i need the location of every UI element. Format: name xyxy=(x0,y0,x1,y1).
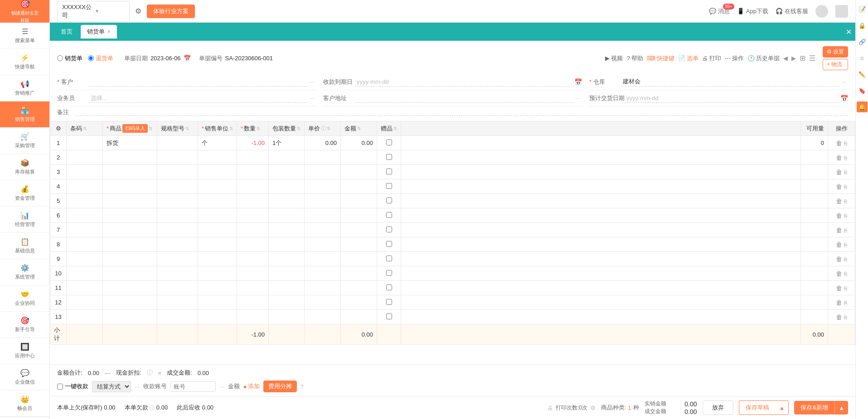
unit-cell[interactable] xyxy=(198,295,237,310)
barcode-input[interactable] xyxy=(70,197,99,204)
tab-home[interactable]: 首页 xyxy=(53,25,80,39)
gift-checkbox[interactable] xyxy=(386,212,392,218)
sidebar-item-marketing[interactable]: 📢 营销推广 xyxy=(0,75,49,101)
add-payment-button[interactable]: ● 添加 xyxy=(243,382,260,390)
barcode-input[interactable] xyxy=(70,313,99,320)
barcode-cell[interactable] xyxy=(67,194,103,208)
copy-row-button[interactable]: ⎘ xyxy=(844,242,847,248)
logistics-button[interactable]: + + 物流物流 xyxy=(823,59,848,70)
nav-next-icon[interactable]: ▶ xyxy=(791,55,796,62)
qty-cell[interactable] xyxy=(237,252,269,266)
copy-row-button[interactable]: ⎘ xyxy=(844,140,847,147)
spec-cell[interactable] xyxy=(157,295,198,310)
pkgqty-cell[interactable] xyxy=(269,295,305,310)
sidebar-item-enterprise[interactable]: 🤝 企业协同 xyxy=(0,285,49,312)
customer-input[interactable] xyxy=(89,77,307,87)
sidebar-item-finance[interactable]: 💰 资金管理 xyxy=(0,180,49,207)
product-cell[interactable] xyxy=(103,165,157,179)
spec-cell[interactable] xyxy=(157,136,198,150)
price-cell[interactable] xyxy=(305,208,341,223)
gift-checkbox[interactable] xyxy=(386,270,392,276)
pkgqty-cell[interactable] xyxy=(269,194,305,208)
warehouse-dots-icon[interactable]: ··· xyxy=(839,78,848,85)
copy-row-button[interactable]: ⎘ xyxy=(844,314,847,321)
onepay-checkbox[interactable] xyxy=(57,384,63,390)
spec-cell[interactable] xyxy=(157,281,198,295)
gift-checkbox[interactable] xyxy=(386,255,392,261)
radio-return-order[interactable]: 退货单 xyxy=(88,54,113,63)
unit-cell[interactable] xyxy=(198,281,237,295)
gift-cell[interactable] xyxy=(377,223,401,237)
save-new-button[interactable]: 保存&新增 xyxy=(794,401,835,414)
due-date-calendar-icon[interactable]: 📅 xyxy=(574,78,582,86)
salesperson-dots-icon[interactable]: ··· xyxy=(307,95,316,101)
spec-cell[interactable] xyxy=(157,194,198,208)
spec-sort-icon[interactable]: ⇅ xyxy=(185,126,189,131)
delete-row-button[interactable]: 🗑 xyxy=(836,313,842,321)
qty-cell[interactable] xyxy=(237,150,269,165)
user-avatar[interactable] xyxy=(815,5,828,18)
amount-cell[interactable] xyxy=(341,223,377,237)
radio-return-input[interactable] xyxy=(88,55,94,61)
sidebar-item-member[interactable]: 👑 畅会员 xyxy=(0,390,49,417)
th-setting[interactable]: ⚙ xyxy=(50,121,67,136)
amount-cell[interactable] xyxy=(341,208,377,223)
qty-sort-icon[interactable]: ⇅ xyxy=(257,126,260,131)
delete-row-button[interactable]: 🗑 xyxy=(836,299,842,306)
expense-split-button[interactable]: 费用分摊 xyxy=(263,380,297,392)
price-cell[interactable] xyxy=(305,150,341,165)
barcode-cell[interactable] xyxy=(67,237,103,252)
unit-cell[interactable] xyxy=(198,252,237,266)
barcode-input[interactable] xyxy=(70,183,99,190)
qty-cell[interactable]: -1.00 xyxy=(237,136,269,150)
delete-row-button[interactable]: 🗑 xyxy=(836,270,842,277)
gift-checkbox[interactable] xyxy=(386,169,392,174)
unit-cell[interactable] xyxy=(198,266,237,281)
gift-cell[interactable] xyxy=(377,252,401,266)
close-all-tabs-icon[interactable]: ✕ xyxy=(846,28,852,36)
gift-sort-icon[interactable]: ⇅ xyxy=(393,126,397,131)
customer-addr-dots-icon[interactable]: ··· xyxy=(573,95,582,101)
qty-cell[interactable] xyxy=(237,295,269,310)
settle-dots-icon[interactable]: ··· xyxy=(135,383,140,390)
delete-row-button[interactable]: 🗑 xyxy=(836,241,842,248)
price-cell[interactable] xyxy=(305,281,341,295)
pkgqty-cell[interactable] xyxy=(269,266,305,281)
barcode-cell[interactable] xyxy=(67,179,103,194)
barcode-cell[interactable] xyxy=(67,310,103,324)
unit-sort-icon[interactable]: ⇅ xyxy=(229,126,233,131)
product-sort-icon[interactable]: ⇅ xyxy=(149,126,152,131)
delete-row-button[interactable]: 🗑 xyxy=(836,140,842,147)
barcode-input[interactable] xyxy=(70,154,99,161)
online-service-button[interactable]: 🎧 在线客服 xyxy=(776,7,808,15)
qty-cell[interactable] xyxy=(237,310,269,324)
product-cell[interactable] xyxy=(103,295,157,310)
spec-cell[interactable] xyxy=(157,208,198,223)
shortcut-btn[interactable]: ⌨ 快捷键 xyxy=(647,54,674,63)
gift-cell[interactable] xyxy=(377,295,401,310)
barcode-cell[interactable] xyxy=(67,266,103,281)
product-cell[interactable] xyxy=(103,310,157,324)
qty-cell[interactable] xyxy=(237,179,269,194)
gift-cell[interactable] xyxy=(377,237,401,252)
sidebar-item-apps[interactable]: 🔲 应用中心 xyxy=(0,338,49,364)
price-cell[interactable] xyxy=(305,252,341,266)
sidebar-item-wechat[interactable]: 💬 企业微信 xyxy=(0,364,49,390)
pkgqty-cell[interactable] xyxy=(269,179,305,194)
pkgqty-cell[interactable] xyxy=(269,223,305,237)
amount-cell[interactable] xyxy=(341,252,377,266)
product-cell[interactable]: 拆货 xyxy=(103,136,157,150)
trial-button[interactable]: 体验行业方案 xyxy=(147,5,195,18)
unit-cell[interactable] xyxy=(198,310,237,324)
amount-cell[interactable] xyxy=(341,165,377,179)
gift-cell[interactable] xyxy=(377,208,401,223)
spec-cell[interactable] xyxy=(157,252,198,266)
price-cell[interactable] xyxy=(305,179,341,194)
qty-cell[interactable] xyxy=(237,237,269,252)
qty-cell[interactable] xyxy=(237,194,269,208)
barcode-input[interactable] xyxy=(70,140,99,146)
qty-cell[interactable] xyxy=(237,208,269,223)
account-dots-icon[interactable]: ··· xyxy=(219,383,224,390)
copy-row-button[interactable]: ⎘ xyxy=(844,271,847,277)
gift-checkbox[interactable] xyxy=(386,183,392,189)
